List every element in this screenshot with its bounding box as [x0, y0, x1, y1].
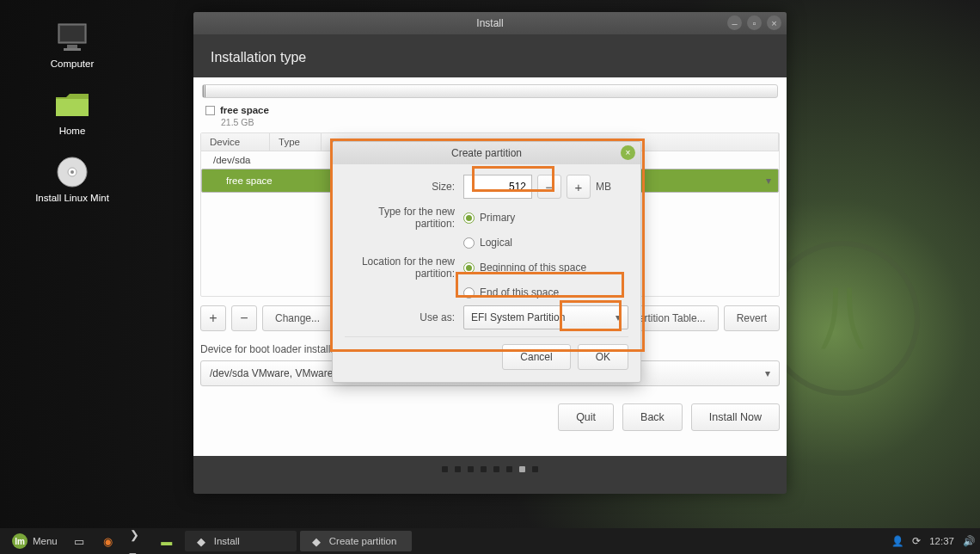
computer-label: Computer	[51, 58, 95, 69]
system-tray: 👤 ⟳ 12:37 🔊	[891, 535, 975, 547]
col-device[interactable]: Device	[201, 133, 270, 151]
install-title: Install	[476, 17, 503, 29]
create-partition-dialog: Create partition × Size: − + MB Type for…	[332, 141, 641, 383]
use-as-select[interactable]: EFI System Partition	[463, 305, 628, 329]
firefox-launcher[interactable]: ◉	[94, 531, 123, 551]
taskbar: lm Menu ▭ ◉ ❯_ ▬ ◆ Install ◆ Create part…	[0, 528, 980, 554]
step-dots	[193, 456, 787, 482]
add-partition-button[interactable]: +	[200, 305, 226, 331]
svg-point-6	[70, 170, 74, 174]
task-label: Create partition	[329, 536, 397, 546]
legend-swatch-icon	[205, 106, 215, 115]
size-decrease-button[interactable]: −	[537, 175, 561, 199]
svg-rect-2	[67, 45, 77, 48]
folder-icon	[53, 88, 91, 122]
computer-icon-launcher[interactable]: Computer	[21, 21, 124, 69]
size-increase-button[interactable]: +	[567, 175, 591, 199]
radio-primary-label: Primary	[480, 212, 515, 224]
desktop-icon: ▭	[71, 533, 87, 549]
radio-primary[interactable]	[463, 212, 475, 224]
terminal-launcher[interactable]: ❯_	[123, 531, 152, 551]
change-partition-button[interactable]: Change...	[262, 305, 333, 331]
dialog-close-icon[interactable]: ×	[621, 145, 635, 160]
menu-label: Menu	[33, 536, 58, 546]
minimize-button[interactable]: –	[727, 15, 742, 30]
size-input[interactable]	[463, 175, 532, 199]
app-icon: ◆	[309, 533, 324, 549]
legend-size: 21.5 GB	[200, 117, 780, 127]
files-launcher[interactable]: ▬	[152, 531, 181, 551]
tray-updates-icon[interactable]: ⟳	[912, 535, 921, 547]
svg-rect-1	[60, 26, 84, 41]
radio-logical[interactable]	[463, 237, 475, 249]
folder-icon: ▬	[159, 533, 175, 549]
row-device: /dev/sda	[201, 151, 270, 169]
close-button[interactable]: ×	[767, 15, 781, 30]
install-mint-label: Install Linux Mint	[35, 193, 109, 203]
radio-end-label: End of this space	[480, 286, 559, 299]
clock[interactable]: 12:37	[929, 536, 954, 546]
wizard-buttons: Quit Back Install Now	[200, 403, 780, 431]
taskbar-task-create-partition[interactable]: ◆ Create partition	[300, 531, 412, 551]
app-icon: ◆	[193, 533, 209, 549]
location-label: Location for the new partition:	[345, 255, 463, 280]
disk-legend: free space	[200, 103, 780, 117]
col-type[interactable]: Type	[270, 133, 322, 151]
svg-rect-3	[64, 48, 81, 51]
volume-icon[interactable]: 🔊	[963, 535, 975, 547]
back-button[interactable]: Back	[622, 403, 683, 431]
install-mint-launcher[interactable]: Install Linux Mint	[21, 155, 124, 203]
size-unit: MB	[596, 181, 611, 193]
install-now-button[interactable]: Install Now	[691, 403, 780, 431]
dialog-titlebar[interactable]: Create partition ×	[333, 142, 640, 164]
firefox-icon: ◉	[101, 533, 116, 549]
taskbar-task-install[interactable]: ◆ Install	[185, 531, 297, 551]
row-device: free space	[209, 172, 295, 189]
radio-logical-label: Logical	[480, 237, 512, 249]
install-header: Installation type	[193, 34, 787, 77]
mint-logo-icon: lm	[12, 533, 28, 549]
disc-icon	[53, 155, 91, 189]
wallpaper-logo: ⎠⎝	[765, 241, 920, 396]
radio-location-begin[interactable]	[463, 262, 475, 274]
remove-partition-button[interactable]: −	[231, 305, 257, 331]
cancel-button[interactable]: Cancel	[502, 344, 570, 370]
monitor-icon	[53, 21, 91, 55]
home-icon-launcher[interactable]: Home	[21, 88, 124, 136]
terminal-icon: ❯_	[130, 533, 145, 549]
ok-button[interactable]: OK	[578, 344, 628, 370]
home-label: Home	[59, 126, 86, 136]
install-titlebar[interactable]: Install – ▫ ×	[193, 12, 787, 34]
quit-button[interactable]: Quit	[558, 403, 614, 431]
show-desktop-button[interactable]: ▭	[64, 531, 94, 551]
use-as-label: Use as:	[345, 311, 463, 323]
task-label: Install	[214, 536, 240, 546]
size-label: Size:	[345, 181, 463, 193]
dialog-title: Create partition	[451, 147, 522, 159]
revert-button[interactable]: Revert	[724, 305, 780, 331]
desktop-icons: Computer Home Install Linux Mint	[21, 21, 124, 222]
install-heading: Installation type	[211, 50, 769, 65]
menu-button[interactable]: lm Menu	[5, 531, 64, 551]
type-label: Type for the new partition:	[345, 206, 463, 230]
radio-location-end[interactable]	[463, 287, 475, 299]
legend-name: free space	[220, 105, 269, 115]
maximize-button[interactable]: ▫	[747, 15, 762, 30]
radio-begin-label: Beginning of this space	[480, 262, 586, 274]
disk-usage-bar[interactable]	[202, 84, 778, 98]
tray-user-icon[interactable]: 👤	[891, 535, 903, 547]
use-as-value: EFI System Partition	[471, 311, 565, 323]
